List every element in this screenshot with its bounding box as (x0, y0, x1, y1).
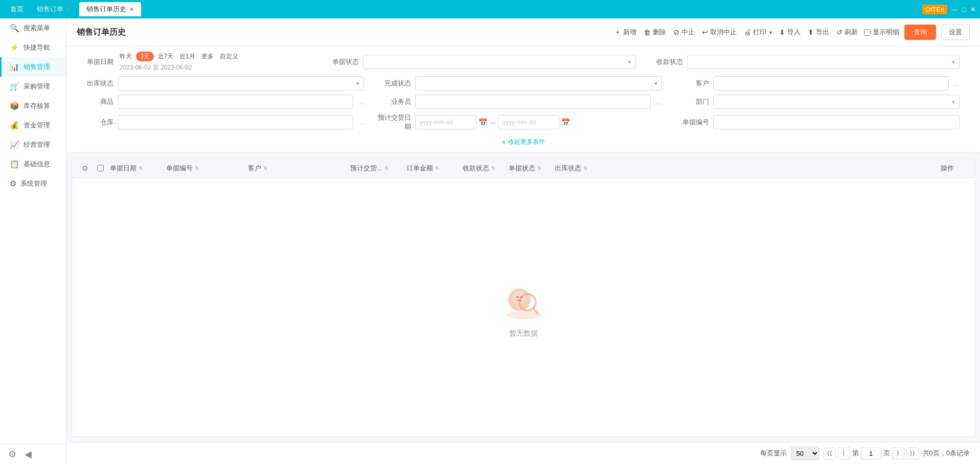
window-minimize[interactable]: — (951, 6, 958, 13)
sidebar-item-operations[interactable]: 📈 经营管理 (0, 135, 66, 154)
content-area: 销售订单历史 ＋ 新增 🗑 删除 ⊘ 中止 ↩ 取消中止 (66, 18, 980, 464)
table-body: 暂无数据 (72, 178, 974, 436)
close-tab-sales-order[interactable]: ✕ (66, 6, 71, 13)
customer-input[interactable] (713, 76, 949, 91)
page-size-select[interactable]: 50 10 20 100 (791, 447, 819, 460)
th-delivery[interactable]: 预计交货... ⇅ (348, 164, 404, 173)
table-settings-icon[interactable]: ⚙ (77, 164, 93, 172)
purchase-mgmt-icon: 🛒 (10, 82, 19, 91)
refresh-button[interactable]: ↺ 刷新 (835, 26, 859, 39)
date-range-text: 2023-06-02 至 2023-06-02 (120, 63, 192, 72)
cal-from-icon[interactable]: 📅 (478, 118, 487, 126)
th-select-all[interactable] (93, 165, 108, 171)
next-page-button[interactable]: ⟩ (892, 447, 904, 459)
sidebar-item-system-mgmt[interactable]: ⚙ 系统管理 (0, 174, 66, 193)
page-header: 销售订单历史 ＋ 新增 🗑 删除 ⊘ 中止 ↩ 取消中止 (66, 18, 980, 47)
setting-button[interactable]: 设置 (941, 25, 970, 40)
sidebar-item-inventory[interactable]: 📦 库存核算 (0, 96, 66, 116)
prev-page-button[interactable]: ⟨ (838, 447, 850, 459)
date-from-input[interactable]: yyyy-mm-dd (415, 115, 476, 129)
expected-date-row: yyyy-mm-dd 📅 — yyyy-mm-dd 📅 (415, 115, 570, 129)
complete-status-control: ▾ (415, 76, 662, 91)
print-icon: 🖨 (744, 28, 751, 36)
th-amount[interactable]: 订单金额 ⇅ (404, 164, 461, 173)
th-number[interactable]: 单据编号 ⇅ (164, 164, 246, 173)
warehouse-dots[interactable]: ... (357, 118, 364, 127)
date-to-input[interactable]: yyyy-mm-dd (498, 115, 559, 129)
last-page-button[interactable]: ⟩⟩ (906, 447, 919, 459)
page-number-input[interactable] (861, 447, 881, 459)
sidebar-item-sales-mgmt[interactable]: 📊 销售管理 (0, 57, 66, 77)
sidebar-item-search-menu[interactable]: 🔍 搜索菜单 (0, 18, 66, 38)
sidebar-settings-icon[interactable]: ⚙ (8, 449, 16, 460)
department-select[interactable]: ▾ (713, 95, 960, 109)
sidebar-item-purchase-mgmt[interactable]: 🛒 采购管理 (0, 77, 66, 96)
date-7days[interactable]: 近7天 (156, 52, 176, 61)
th-order-status[interactable]: 单据状态 ⇅ (507, 164, 553, 173)
sidebar-item-finance[interactable]: 💰 资金管理 (0, 116, 66, 135)
th-warehouse-status[interactable]: 出库状态 ⇅ (553, 164, 604, 173)
first-page-button[interactable]: ⟨⟨ (824, 447, 836, 459)
order-num-label: 单据编号 (672, 118, 713, 127)
tab-sales-order-history[interactable]: 销售订单历史 ✕ (79, 2, 141, 16)
delete-button[interactable]: 🗑 删除 (643, 26, 667, 39)
date-1month[interactable]: 近1月 (177, 52, 197, 61)
sales-mgmt-icon: 📊 (10, 62, 19, 72)
payment-status-select[interactable]: ▾ (687, 55, 960, 69)
date-3days[interactable]: 3天 (136, 52, 154, 61)
date-yesterday[interactable]: 昨天 (118, 52, 134, 61)
goods-dots[interactable]: ... (357, 97, 364, 106)
sidebar-item-basic-info[interactable]: 📋 基础信息 (0, 154, 66, 174)
th-customer[interactable]: 客户 ⇅ (246, 164, 348, 173)
department-label: 部门 (672, 97, 713, 106)
delete-icon: 🗑 (644, 28, 651, 36)
cancel-stop-button[interactable]: ↩ 取消中止 (701, 26, 738, 39)
date-more[interactable]: 更多 (199, 52, 216, 61)
display-detail-checkbox[interactable]: 显示明细 (864, 28, 899, 37)
sidebar-item-quick-nav[interactable]: ⚡ 快捷导航 (0, 38, 66, 57)
export-button[interactable]: ⬆ 导出 (807, 26, 830, 39)
print-button[interactable]: 🖨 打印 (743, 26, 773, 39)
finance-icon: 💰 (10, 121, 19, 130)
select-all-checkbox[interactable] (97, 165, 104, 171)
expected-date-control: yyyy-mm-dd 📅 — yyyy-mm-dd 📅 (415, 115, 662, 129)
new-button[interactable]: ＋ 新增 (613, 26, 637, 39)
collapse-bar[interactable]: ∧ 收起更多条件 (77, 136, 970, 147)
page-title: 销售订单历史 (77, 27, 126, 44)
top-bar-right: OfTEn — □ ✕ (922, 5, 976, 14)
sidebar-collapse-icon[interactable]: ◀ (25, 449, 32, 460)
warehouse-input[interactable] (118, 115, 353, 129)
warehouse-status-select[interactable]: ▾ (118, 76, 364, 91)
tab-home[interactable]: 首页 (4, 5, 30, 14)
window-close[interactable]: ✕ (970, 6, 976, 13)
export-icon: ⬆ (808, 28, 814, 36)
table-area: ⚙ 单据日期 ⇅ 单据编号 ⇅ 客户 ⇅ 预计交货... (72, 158, 975, 437)
order-num-control (713, 115, 960, 129)
complete-status-label: 完成状态 (374, 79, 415, 88)
basic-info-icon: 📋 (10, 160, 19, 169)
date-dash: — (489, 119, 496, 126)
stop-button[interactable]: ⊘ 中止 (672, 26, 696, 39)
th-date[interactable]: 单据日期 ⇅ (108, 164, 164, 173)
date-custom[interactable]: 自定义 (218, 52, 240, 61)
import-button[interactable]: ⬇ 导入 (778, 26, 802, 39)
cal-to-icon[interactable]: 📅 (561, 118, 570, 126)
salesperson-input[interactable] (415, 95, 651, 109)
salesperson-dots[interactable]: ... (655, 97, 662, 106)
customer-label: 客户 (672, 79, 713, 88)
order-status-select[interactable]: ▾ (363, 55, 636, 69)
th-payment-status[interactable]: 收款状态 ⇅ (461, 164, 507, 173)
empty-illustration (498, 277, 549, 323)
complete-status-select[interactable]: ▾ (415, 76, 662, 91)
customer-control: ... (713, 76, 960, 91)
goods-input[interactable] (118, 95, 353, 109)
close-tab-history[interactable]: ✕ (129, 6, 134, 13)
customer-dots[interactable]: ... (953, 79, 960, 88)
order-num-input[interactable] (713, 115, 960, 129)
tab-sales-order[interactable]: 销售订单 ✕ (30, 2, 78, 16)
empty-text: 暂无数据 (509, 329, 538, 338)
query-button[interactable]: 查询 (904, 25, 936, 40)
display-detail-input[interactable] (864, 29, 871, 36)
window-restore[interactable]: □ (962, 6, 966, 13)
pagination: 每页显示 50 10 20 100 ⟨⟨ ⟨ 第 页 ⟩ ⟩⟩ 共0页，0条记录 (66, 442, 980, 464)
